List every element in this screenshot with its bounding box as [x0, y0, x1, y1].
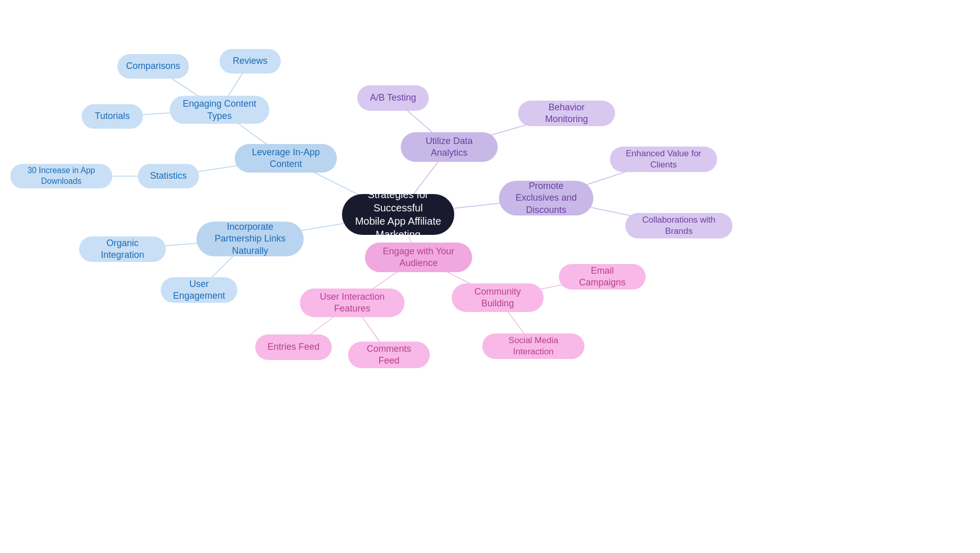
entries-feed-node: Entries Feed — [255, 334, 332, 360]
enhanced-value-label: Enhanced Value for Clients — [620, 148, 707, 171]
email-campaigns-node: Email Campaigns — [559, 264, 646, 290]
community-building-label: Community Building — [462, 286, 533, 310]
organic-integration-label: Organic Integration — [89, 237, 156, 261]
incorporate-links-node: Incorporate Partnership Links Naturally — [197, 222, 304, 256]
leverage-inapp-label: Leverage In-App Content — [245, 147, 327, 171]
statistics-node: Statistics — [138, 164, 199, 188]
leverage-inapp-node: Leverage In-App Content — [235, 144, 337, 173]
center-node: Strategies for Successful Mobile App Aff… — [342, 194, 454, 235]
promote-exclusives-node: Promote Exclusives and Discounts — [499, 181, 594, 215]
collaborations-node: Collaborations with Brands — [625, 213, 732, 238]
engaging-content-label: Engaging Content Types — [180, 98, 259, 122]
engage-audience-label: Engage with Your Audience — [375, 246, 462, 270]
statistics-label: Statistics — [150, 170, 187, 182]
organic-integration-node: Organic Integration — [79, 236, 166, 262]
social-media-node: Social Media Interaction — [482, 333, 584, 359]
downloads-node: 30 Increase in App Downloads — [10, 164, 112, 188]
promote-exclusives-label: Promote Exclusives and Discounts — [509, 180, 583, 216]
utilize-data-node: Utilize Data Analytics — [401, 132, 498, 162]
comments-feed-label: Comments Feed — [358, 343, 420, 367]
entries-feed-label: Entries Feed — [267, 341, 320, 353]
engage-audience-node: Engage with Your Audience — [365, 243, 472, 272]
center-label: Strategies for Successful Mobile App Aff… — [352, 188, 444, 241]
email-campaigns-label: Email Campaigns — [569, 265, 635, 289]
downloads-label: 30 Increase in App Downloads — [20, 165, 102, 187]
comparisons-label: Comparisons — [126, 60, 180, 72]
tutorials-node: Tutorials — [82, 104, 143, 129]
behavior-monitoring-node: Behavior Monitoring — [518, 101, 615, 126]
enhanced-value-node: Enhanced Value for Clients — [610, 147, 717, 172]
behavior-monitoring-label: Behavior Monitoring — [528, 102, 605, 126]
user-interaction-label: User Interaction Features — [310, 291, 395, 315]
user-interaction-node: User Interaction Features — [300, 288, 405, 317]
collaborations-label: Collaborations with Brands — [635, 214, 722, 237]
ab-testing-label: A/B Testing — [370, 92, 416, 104]
incorporate-links-label: Incorporate Partnership Links Naturally — [207, 221, 293, 257]
social-media-label: Social Media Interaction — [493, 335, 574, 357]
utilize-data-label: Utilize Data Analytics — [411, 135, 487, 159]
user-engagement-label: User Engagement — [171, 278, 227, 302]
reviews-node: Reviews — [219, 49, 281, 74]
comparisons-node: Comparisons — [117, 54, 189, 79]
user-engagement-node: User Engagement — [161, 277, 237, 303]
comments-feed-node: Comments Feed — [348, 342, 430, 368]
reviews-label: Reviews — [233, 55, 267, 67]
tutorials-label: Tutorials — [95, 110, 130, 122]
engaging-content-node: Engaging Content Types — [170, 96, 270, 124]
community-building-node: Community Building — [452, 283, 544, 312]
ab-testing-node: A/B Testing — [357, 85, 429, 111]
